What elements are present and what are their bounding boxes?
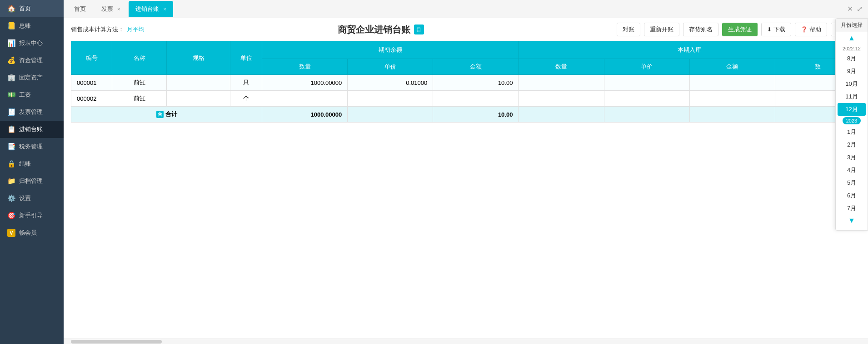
tab-invoice[interactable]: 发票 × [95,1,127,17]
in-amount-header: 金额 [689,59,775,75]
sidebar-item-guide[interactable]: 🎯 新手引导 [0,207,64,224]
table-container: 编号 名称 规格 单位 期初余额 本期入库 数量 单价 金额 数量 单价 金额 [64,41,868,339]
close-button[interactable]: ✕ [847,5,853,13]
sidebar-item-label: 结账 [19,160,31,168]
cost-method-section: 销售成本计算方法： 月平均 [71,25,145,34]
row2-opening-amount [433,91,519,107]
page-title: 商贸企业进销台账 [338,24,410,36]
total-label-cell: 合 合计 [71,107,262,123]
total-opening-price [348,107,433,123]
month-3-2023[interactable]: 3月 [836,151,868,164]
month-6-2023[interactable]: 6月 [836,189,868,202]
archive-icon: 📁 [7,177,15,185]
month-7-2023[interactable]: 7月 [836,202,868,215]
month-10-2022[interactable]: 10月 [836,78,868,90]
sidebar-item-ledger[interactable]: 📒 总账 [0,17,64,34]
tab-invoice-close[interactable]: × [117,6,120,12]
tax-icon: 📑 [7,143,15,151]
month-picker-panel: 月份选择 ▲ 2022.12 8月 9月 10月 11月 12月 2023 1月… [835,18,868,231]
opening-amount-header: 金额 [433,59,519,75]
sidebar-item-salary[interactable]: 💵 工资 [0,86,64,103]
month-9-2022[interactable]: 9月 [836,65,868,78]
help-button[interactable]: ❓ 帮助 [795,23,827,36]
sidebar-item-settings[interactable]: ⚙️ 设置 [0,190,64,207]
total-label-text: 合计 [165,110,177,118]
month-nav-up[interactable]: ▲ [836,32,868,44]
sidebar: 🏠 首页 📒 总账 📊 报表中心 💰 资金管理 🏢 固定资产 💵 工资 🧾 发票… [0,0,64,344]
download-label: 下载 [773,25,785,34]
reconcile-button[interactable]: 对账 [617,23,640,36]
row1-opening-qty: 1000.00000 [262,75,348,91]
sidebar-item-assets[interactable]: 🏢 固定资产 [0,69,64,86]
sidebar-item-invoice-mgmt[interactable]: 🧾 发票管理 [0,103,64,121]
sidebar-item-home[interactable]: 🏠 首页 [0,0,64,17]
title-icon: 目 [414,25,424,34]
opening-qty-header: 数量 [262,59,348,75]
month-5-2023[interactable]: 5月 [836,177,868,189]
ledger-icon: 📒 [7,22,15,30]
sidebar-item-tax[interactable]: 📑 税务管理 [0,138,64,155]
month-11-2022[interactable]: 11月 [836,90,868,103]
horizontal-scrollbar[interactable] [64,339,868,344]
download-button[interactable]: ⬇ 下载 [761,23,791,36]
maximize-button[interactable]: ⤢ [857,5,863,13]
tab-purchase-sales-close[interactable]: × [163,6,166,12]
year-2022-label: 2022.12 [836,44,868,52]
save-alias-button[interactable]: 存货别名 [683,23,718,36]
col-name-header: 名称 [112,41,167,75]
funds-icon: 💰 [7,56,15,64]
month-4-2023[interactable]: 4月 [836,164,868,177]
month-picker-title: 月份选择 [836,19,868,32]
sidebar-item-label: 归档管理 [19,177,43,185]
sidebar-item-label: 首页 [19,5,31,13]
row1-unit: 只 [230,75,262,91]
tab-invoice-label: 发票 [101,5,113,13]
month-8-2022[interactable]: 8月 [836,52,868,65]
sidebar-item-member[interactable]: V 畅会员 [0,224,64,241]
row2-unit: 个 [230,91,262,107]
row1-opening-price: 0.01000 [348,75,433,91]
cost-method-label: 销售成本计算方法： [71,25,124,34]
sidebar-item-label: 畅会员 [19,229,37,237]
total-row: 合 合计 1000.00000 10.00 [71,107,861,123]
closing-icon: 🔒 [7,160,15,168]
row2-spec [167,91,230,107]
tab-purchase-sales[interactable]: 进销台账 × [129,1,173,17]
month-1-2023[interactable]: 1月 [836,126,868,138]
row1-spec [167,75,230,91]
help-icon: ❓ [801,26,808,33]
row2-opening-price [348,91,433,107]
reopen-label: 重新开账 [650,25,673,34]
month-12-2022[interactable]: 12月 [838,103,866,116]
sidebar-item-label: 工资 [19,91,31,99]
sidebar-item-closing[interactable]: 🔒 结账 [0,155,64,172]
sidebar-item-label: 发票管理 [19,108,43,116]
scroll-thumb [71,340,162,344]
sidebar-item-funds[interactable]: 💰 资金管理 [0,52,64,69]
main-area: 首页 发票 × 进销台账 × ✕ ⤢ 销售成本计算方法： 月平均 商贸企业进销台… [64,0,868,344]
main-table: 编号 名称 规格 单位 期初余额 本期入库 数量 单价 金额 数量 单价 金额 [71,41,861,123]
tab-home[interactable]: 首页 [67,1,93,17]
purchase-sales-icon: 📋 [7,125,15,133]
window-controls: ✕ ⤢ [842,0,868,18]
page-title-section: 商贸企业进销台账 目 [148,24,613,36]
row1-in-price [604,75,689,91]
tab-purchase-sales-label: 进销台账 [135,5,159,13]
table-row: 000001 前缸 只 1000.00000 0.01000 10.00 [71,75,861,91]
sidebar-item-purchase-sales[interactable]: 📋 进销台账 [0,121,64,138]
sidebar-item-archive[interactable]: 📁 归档管理 [0,172,64,190]
month-2-2023[interactable]: 2月 [836,138,868,151]
sidebar-item-reports[interactable]: 📊 报表中心 [0,34,64,52]
month-nav-down[interactable]: ▼ [836,215,868,226]
row2-id: 000002 [71,91,112,107]
total-icon: 合 [156,111,164,118]
reconcile-label: 对账 [623,25,634,34]
content-area: 销售成本计算方法： 月平均 商贸企业进销台账 目 对账 重新开账 存货别名 生成… [64,18,868,344]
row1-in-amount [689,75,775,91]
generate-button[interactable]: 生成凭证 [722,23,758,36]
col-number-header: 编号 [71,41,112,75]
reopen-button[interactable]: 重新开账 [644,23,679,36]
sidebar-item-label: 报表中心 [19,39,43,47]
row2-name: 前缸 [112,91,167,107]
settings-icon: ⚙️ [7,194,15,202]
